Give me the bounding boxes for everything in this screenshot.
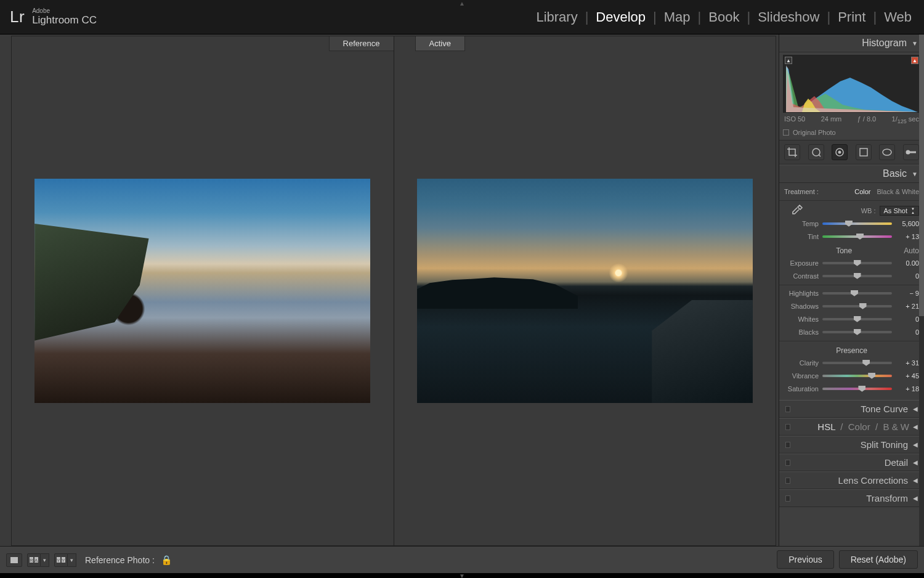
panel-toggle-icon[interactable] xyxy=(785,460,790,466)
auto-tone-button[interactable]: Auto xyxy=(904,246,919,255)
treatment-color[interactable]: Color xyxy=(854,188,870,195)
whites-label: Whites xyxy=(784,315,819,323)
tone-title: Tone xyxy=(836,246,852,255)
histogram-panel-header[interactable]: Histogram ▼ xyxy=(779,35,924,52)
chevron-down-icon: ▼ xyxy=(912,40,918,47)
module-book[interactable]: Book xyxy=(706,8,742,26)
module-library[interactable]: Library xyxy=(533,8,580,26)
tool-strip xyxy=(779,140,924,165)
shadows-value[interactable]: + 21 xyxy=(896,303,919,310)
contrast-value[interactable]: 0 xyxy=(896,272,919,280)
module-print[interactable]: Print xyxy=(835,8,868,26)
brand-product: Lightroom CC xyxy=(32,15,97,26)
reference-side[interactable]: Reference xyxy=(12,36,394,545)
treatment-label: Treatment : xyxy=(784,188,819,195)
blacks-value[interactable]: 0 xyxy=(896,328,919,336)
reference-view-left[interactable]: RA xyxy=(27,553,41,567)
temp-slider[interactable] xyxy=(822,221,892,227)
whites-value[interactable]: 0 xyxy=(896,315,919,323)
collapse-top-icon[interactable]: ▲ xyxy=(459,0,465,7)
crop-tool[interactable] xyxy=(784,144,800,160)
radial-filter-tool[interactable] xyxy=(879,144,895,160)
graduated-filter-tool[interactable] xyxy=(856,144,872,160)
chevron-left-icon: ◀ xyxy=(913,441,918,448)
redeye-tool[interactable] xyxy=(832,144,848,160)
vibrance-slider[interactable] xyxy=(822,373,892,379)
svg-point-2 xyxy=(838,151,841,154)
chevron-left-icon: ◀ xyxy=(913,405,918,412)
reference-photo[interactable] xyxy=(34,179,370,402)
chevron-left-icon: ◀ xyxy=(913,423,918,430)
crop-icon xyxy=(787,147,798,158)
blacks-slider[interactable] xyxy=(822,329,892,335)
panel-toggle-icon[interactable] xyxy=(785,495,790,502)
loupe-view-button[interactable] xyxy=(6,553,22,567)
detail-panel-header[interactable]: Detail◀ xyxy=(779,454,924,471)
exposure-slider[interactable] xyxy=(822,260,892,266)
active-side[interactable]: Active xyxy=(394,36,776,545)
svg-text:Y: Y xyxy=(62,558,65,563)
svg-text:Y: Y xyxy=(57,558,60,563)
temp-row: Temp 5,600 xyxy=(784,218,919,229)
clarity-value[interactable]: + 31 xyxy=(896,359,919,367)
whites-slider[interactable] xyxy=(822,316,892,322)
module-develop[interactable]: Develop xyxy=(593,8,648,26)
vibrance-value[interactable]: + 45 xyxy=(896,372,919,380)
module-map[interactable]: Map xyxy=(662,8,693,26)
svg-point-4 xyxy=(883,149,891,155)
original-photo-checkbox[interactable] xyxy=(783,129,789,136)
highlights-slider[interactable] xyxy=(822,290,892,296)
collapse-bottom-icon[interactable]: ▼ xyxy=(459,572,465,578)
contrast-slider[interactable] xyxy=(822,273,892,279)
histogram-graph[interactable]: ▲ ▲ xyxy=(783,55,920,113)
histogram-curves-icon xyxy=(784,63,919,112)
active-photo[interactable] xyxy=(417,179,753,402)
tint-slider[interactable] xyxy=(822,234,892,240)
brand: Lr Adobe Lightroom CC xyxy=(10,7,97,26)
svg-text:R: R xyxy=(30,558,33,563)
spot-removal-tool[interactable] xyxy=(808,144,824,160)
saturation-value[interactable]: + 18 xyxy=(896,385,919,393)
before-after-dropdown[interactable]: ▾ xyxy=(68,553,76,567)
exposure-value[interactable]: 0.00 xyxy=(896,259,919,267)
split-toning-panel-header[interactable]: Split Toning◀ xyxy=(779,436,924,454)
before-after-buttons: YY ▾ xyxy=(54,553,76,567)
original-photo-row[interactable]: Original Photo xyxy=(779,127,924,140)
tint-row: Tint + 13 xyxy=(784,231,919,242)
previous-button[interactable]: Previous xyxy=(777,550,833,569)
tint-value[interactable]: + 13 xyxy=(896,233,919,240)
wb-label: WB : xyxy=(861,207,876,214)
saturation-slider[interactable] xyxy=(822,386,892,392)
hsl-panel-header[interactable]: HSL / Color / B & W ◀ xyxy=(779,418,924,436)
right-panel-scrollbar[interactable] xyxy=(919,35,924,546)
highlights-value[interactable]: − 9 xyxy=(896,290,919,297)
reference-view: Reference Active xyxy=(11,36,776,546)
chevron-left-icon: ◀ xyxy=(913,459,918,466)
reset-button[interactable]: Reset (Adobe) xyxy=(839,550,918,569)
module-web[interactable]: Web xyxy=(881,8,914,26)
shadows-label: Shadows xyxy=(784,303,819,310)
redeye-icon xyxy=(834,147,845,158)
adjustment-brush-tool[interactable] xyxy=(903,144,919,160)
lock-icon[interactable]: 🔒 xyxy=(161,555,172,566)
histogram-title: Histogram xyxy=(862,38,907,49)
panel-toggle-icon[interactable] xyxy=(785,424,790,430)
shadows-slider[interactable] xyxy=(822,303,892,309)
temp-value[interactable]: 5,600 xyxy=(896,220,919,227)
treatment-bw[interactable]: Black & White xyxy=(877,188,919,195)
clarity-slider[interactable] xyxy=(822,360,892,366)
transform-panel-header[interactable]: Transform◀ xyxy=(779,489,924,507)
histogram-shutter: 1/125 sec xyxy=(892,115,919,124)
basic-panel-header[interactable]: Basic ▼ xyxy=(779,165,924,183)
histogram-panel: ▲ ▲ ISO 50 24 mm ƒ / 8.0 1/125 sec xyxy=(779,52,924,127)
panel-toggle-icon[interactable] xyxy=(785,406,790,412)
before-after-left[interactable]: YY xyxy=(54,553,68,567)
reference-view-dropdown[interactable]: ▾ xyxy=(41,553,49,567)
module-slideshow[interactable]: Slideshow xyxy=(755,8,822,26)
eyedropper-icon[interactable] xyxy=(790,203,804,217)
panel-toggle-icon[interactable] xyxy=(785,478,790,484)
panel-toggle-icon[interactable] xyxy=(785,442,790,448)
lens-corrections-panel-header[interactable]: Lens Corrections◀ xyxy=(779,471,924,489)
tone-curve-panel-header[interactable]: Tone Curve◀ xyxy=(779,400,924,418)
wb-dropdown[interactable]: As Shot▼▲ xyxy=(880,206,919,216)
